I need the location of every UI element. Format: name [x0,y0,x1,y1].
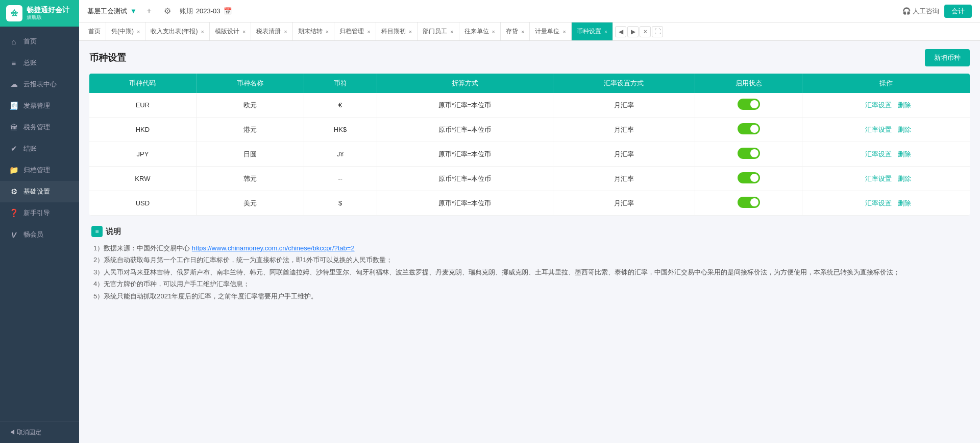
sidebar-item-checkout[interactable]: ✔ 结账 [0,138,79,159]
project-selector[interactable]: 基层工会测试 ▼ [87,7,137,16]
cell-code: HKD [89,118,196,142]
delete-link[interactable]: 删除 [898,150,911,158]
enable-toggle[interactable] [738,99,760,110]
col-status: 启用状态 [695,74,802,93]
notes-external-link[interactable]: https://www.chinamoney.com.cn/chinese/bk… [192,244,355,252]
sidebar-item-archive[interactable]: 📁 归档管理 [0,159,79,181]
rate-setting-link[interactable]: 汇率设置 [865,175,892,182]
rate-setting-link[interactable]: 汇率设置 [865,101,892,109]
tab-subjects[interactable]: 科目期初 × [376,22,418,41]
notes-title-text: 说明 [106,227,121,237]
rate-setting-link[interactable]: 汇率设置 [865,126,892,133]
tax-icon: 🏛 [9,123,18,132]
sidebar-item-invoice[interactable]: 🧾 发票管理 [0,95,79,116]
new-currency-btn[interactable]: 新增币种 [925,49,970,66]
tab-label: 凭(中期) [111,27,134,36]
enable-toggle[interactable] [738,123,760,134]
table-row: EUR 欧元 € 原币*汇率=本位币 月汇率 汇率设置 删除 [89,93,970,118]
tab-close-icon[interactable]: × [492,29,495,35]
rate-setting-link[interactable]: 汇率设置 [865,150,892,158]
tab-close-icon[interactable]: × [450,29,453,35]
tab-label: 存货 [506,27,518,36]
member-icon: V [9,230,18,239]
delete-link[interactable]: 删除 [898,199,911,207]
content-area: 币种设置 新增币种 币种代码 币种名称 币符 折算方式 汇率设置方式 启用状态 [79,41,980,443]
rate-setting-link[interactable]: 汇率设置 [865,199,892,207]
add-project-btn[interactable]: ＋ [142,4,156,18]
tab-home[interactable]: 首页 [83,22,106,41]
topbar: 基层工会测试 ▼ ＋ ⚙ 账期 2023-03 📅 🎧 人工咨询 会计 [79,0,980,22]
tab-close-icon[interactable]: × [562,29,566,35]
calendar-icon[interactable]: 📅 [224,7,232,15]
enable-toggle[interactable] [738,197,760,208]
col-code: 币种代码 [89,74,196,93]
tab-close-icon[interactable]: × [326,29,329,35]
help-label: 人工咨询 [913,7,939,16]
tab-tax[interactable]: 税表清册 × [251,22,292,41]
sidebar-item-member[interactable]: V 畅会员 [0,224,79,245]
enable-toggle[interactable] [738,172,760,183]
project-name: 基层工会测试 [87,7,127,16]
sidebar-item-label: 畅会员 [23,230,43,239]
settings-btn[interactable]: ⚙ [160,4,175,18]
tab-unit[interactable]: 计量单位 × [530,22,571,41]
col-symbol: 币符 [304,74,377,93]
tab-period[interactable]: 凭(中期) × [106,22,145,41]
delete-link[interactable]: 删除 [898,126,911,133]
tab-close-icon[interactable]: × [137,29,140,35]
enable-toggle[interactable] [738,148,760,159]
tab-prev-btn[interactable]: ◀ [615,26,626,37]
user-role-btn[interactable]: 会计 [944,5,972,18]
tab-close-icon[interactable]: × [242,29,246,35]
sidebar-item-guide[interactable]: ❓ 新手引导 [0,202,79,224]
currency-table-wrap: 币种代码 币种名称 币符 折算方式 汇率设置方式 启用状态 操作 EUR 欧元 … [89,74,970,216]
cell-rate-type: 月汇率 [553,142,695,167]
ledger-icon: ≡ [9,59,18,67]
tab-close-icon[interactable]: × [604,29,607,35]
tab-close-all-btn[interactable]: × [640,26,651,37]
tab-close-icon[interactable]: × [521,29,524,35]
tab-dept[interactable]: 部门员工 × [418,22,459,41]
headset-icon: 🎧 [902,7,911,15]
sidebar-item-home[interactable]: ⌂ 首页 [0,31,79,52]
sidebar-item-ledger[interactable]: ≡ 总账 [0,52,79,74]
tab-income[interactable]: 收入支出表(年报) × [145,22,209,41]
cell-calc: 原币*汇率=本位币 [377,142,553,167]
content-inner: 币种设置 新增币种 币种代码 币种名称 币符 折算方式 汇率设置方式 启用状态 [79,41,980,310]
toggle-knob [750,125,758,133]
sidebar-item-label: 云报表中心 [23,80,57,89]
tab-period-end[interactable]: 期末结转 × [293,22,334,41]
toggle-knob [750,100,758,108]
tab-close-icon[interactable]: × [284,29,287,35]
tab-inventory[interactable]: 存货 × [501,22,530,41]
tab-next-btn[interactable]: ▶ [627,26,639,37]
cell-code: EUR [89,93,196,118]
tab-close-icon[interactable]: × [409,29,412,35]
topbar-right: 🎧 人工咨询 会计 [902,5,972,18]
delete-link[interactable]: 删除 [898,101,911,109]
sidebar-item-label: 总账 [23,58,37,67]
help-btn[interactable]: 🎧 人工咨询 [902,7,939,16]
currency-table: 币种代码 币种名称 币符 折算方式 汇率设置方式 启用状态 操作 EUR 欧元 … [89,74,970,216]
sidebar-item-label: 新手引导 [23,208,50,218]
notes-item: 1）数据来源：中国外汇交易中心 https://www.chinamoney.c… [91,242,968,254]
delete-link[interactable]: 删除 [898,175,911,182]
tab-currency[interactable]: 币种设置 × [572,22,613,41]
sidebar-item-label: 结账 [23,144,37,153]
sidebar-collapse-btn[interactable]: ◀ 取消固定 [0,422,79,443]
cell-action: 汇率设置 删除 [802,191,970,216]
sidebar-item-reports[interactable]: ☁ 云报表中心 [0,74,79,95]
cell-name: 港元 [196,118,304,142]
tab-close-icon[interactable]: × [367,29,370,35]
cell-status [695,142,802,167]
col-calc: 折算方式 [377,74,553,93]
tab-archive[interactable]: 归档管理 × [334,22,376,41]
tab-clients[interactable]: 往来单位 × [459,22,501,41]
sidebar-item-settings[interactable]: ⚙ 基础设置 [0,181,79,202]
sidebar-item-tax[interactable]: 🏛 税务管理 [0,116,79,138]
tab-close-icon[interactable]: × [201,29,204,35]
cell-calc: 原币*汇率=本位币 [377,191,553,216]
tab-expand-btn[interactable]: ⛶ [652,26,663,37]
notes-item: 2）系统自动获取每月第一个工作日的汇率标价，统一为直接标价法，即1外币可以兑换的… [91,254,968,266]
tab-template[interactable]: 模版设计 × [210,22,251,41]
